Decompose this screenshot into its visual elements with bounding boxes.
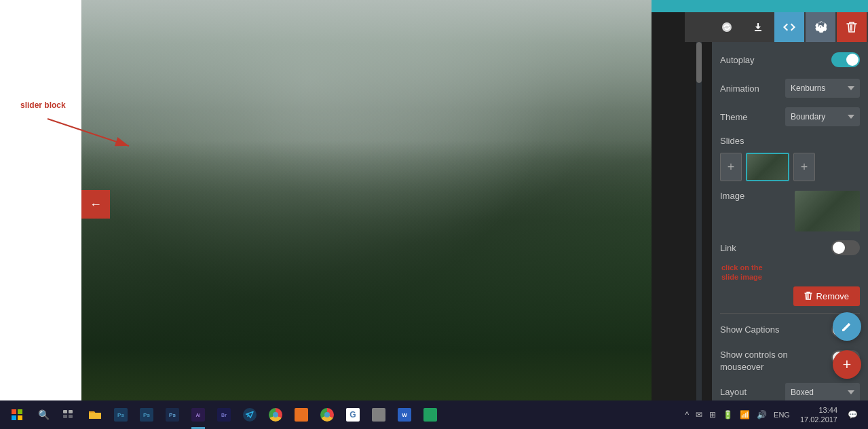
tray-arrow[interactable]: ^: [683, 409, 691, 421]
tray-notification[interactable]: 💬: [846, 409, 860, 421]
fab-edit-button[interactable]: [833, 312, 861, 341]
autoplay-row: Autoplay: [720, 50, 860, 69]
taskbar-app-misc2[interactable]: [366, 400, 391, 429]
taskbar-app-misc3[interactable]: [418, 400, 442, 429]
start-button[interactable]: [3, 400, 31, 429]
image-row: Image: [720, 191, 860, 231]
taskbar-file-explorer[interactable]: [83, 400, 107, 429]
slide-add-before-button[interactable]: +: [720, 153, 742, 181]
taskbar-app-ps[interactable]: Ps: [134, 400, 159, 429]
tray-icon-1[interactable]: ✉: [694, 409, 704, 421]
settings-scroll[interactable]: Autoplay Animation KenburnsFadeSlideZoom…: [712, 42, 868, 402]
tray-icon-lang[interactable]: ENG: [772, 409, 792, 420]
tray-icon-sound[interactable]: 🔊: [755, 409, 769, 421]
animation-label: Animation: [720, 83, 759, 94]
remove-button[interactable]: Remove: [793, 286, 860, 306]
svg-rect-5: [18, 415, 22, 420]
tray-icon-wifi[interactable]: 📶: [738, 409, 752, 421]
link-section: Link click on theslide image Remove: [720, 238, 860, 306]
fab-add-button[interactable]: +: [833, 350, 861, 379]
slides-row: + +: [720, 153, 860, 181]
image-label: Image: [720, 191, 744, 201]
settings-button[interactable]: [806, 12, 835, 42]
show-captions-label: Show Captions: [720, 324, 779, 335]
taskbar: 🔍 Ps Ps Ps Ai Br: [0, 400, 868, 429]
settings-panel: Autoplay Animation KenburnsFadeSlideZoom…: [712, 42, 868, 402]
remove-label: Remove: [816, 291, 849, 301]
animation-select[interactable]: KenburnsFadeSlideZoom: [785, 79, 860, 98]
taskbar-tray: ^ ✉ ⊞ 🔋 📶 🔊 ENG 13:44 17.02.2017 💬: [683, 405, 865, 425]
download-button[interactable]: [743, 12, 773, 42]
panel-scrollbar[interactable]: [696, 42, 702, 402]
svg-rect-4: [12, 415, 16, 420]
tray-icon-2[interactable]: ⊞: [707, 409, 718, 421]
white-panel: [0, 0, 81, 400]
theme-select[interactable]: BoundaryDefaultDarkLight: [785, 107, 860, 126]
slide-thumbnail[interactable]: [746, 153, 789, 181]
show-controls-label: Show controls on mouseover: [720, 349, 801, 373]
svg-rect-9: [69, 415, 73, 418]
theme-label: Theme: [720, 112, 747, 122]
main-canvas: slider block ←: [0, 0, 652, 400]
taskbar-app-ps-cc[interactable]: Ps: [109, 400, 133, 429]
svg-rect-3: [18, 409, 22, 414]
taskbar-app-chrome2[interactable]: [315, 400, 339, 429]
slide-add-after-button[interactable]: +: [793, 153, 815, 181]
taskbar-app-bridge[interactable]: Br: [212, 400, 236, 429]
animation-row: Animation KenburnsFadeSlideZoom: [720, 79, 860, 98]
link-row: Link: [720, 238, 860, 257]
taskbar-app-g[interactable]: G: [341, 400, 365, 429]
taskbar-pinned-apps: Ps Ps Ps Ai Br: [83, 400, 442, 429]
taskbar-task-view[interactable]: [56, 400, 80, 429]
svg-rect-2: [12, 409, 16, 414]
svg-rect-7: [69, 410, 73, 413]
slide-image: [81, 0, 652, 400]
autoplay-toggle[interactable]: [831, 52, 860, 67]
delete-button[interactable]: [837, 12, 867, 42]
taskbar-app-misc1[interactable]: [289, 400, 314, 429]
refresh-button[interactable]: [712, 12, 742, 42]
taskbar-app-premiere[interactable]: Ai: [186, 400, 210, 429]
autoplay-label: Autoplay: [720, 55, 755, 65]
svg-rect-8: [63, 415, 67, 418]
taskbar-clock[interactable]: 13:44 17.02.2017: [795, 405, 843, 425]
link-annotation: click on theslide image: [720, 263, 860, 282]
image-preview[interactable]: [795, 191, 860, 231]
theme-row: Theme BoundaryDefaultDarkLight: [720, 107, 860, 126]
slides-label: Slides: [720, 136, 860, 146]
right-toolbar: [685, 12, 868, 42]
layout-label: Layout: [720, 387, 747, 397]
tray-icon-3[interactable]: 🔋: [721, 409, 735, 421]
trees-layer: [81, 141, 652, 401]
code-button[interactable]: [774, 12, 804, 42]
taskbar-app-chrome[interactable]: [263, 400, 288, 429]
taskbar-app-telegram[interactable]: [238, 400, 262, 429]
prev-button[interactable]: ←: [81, 190, 110, 219]
link-toggle[interactable]: [831, 240, 860, 255]
link-label: Link: [720, 243, 736, 253]
scrollbar-thumb[interactable]: [696, 42, 702, 83]
taskbar-app-word[interactable]: W: [392, 400, 417, 429]
svg-rect-6: [63, 410, 67, 413]
layout-row: Layout BoxedFull WidthCentered: [720, 383, 860, 402]
divider-1: [720, 313, 860, 314]
taskbar-search[interactable]: 🔍: [31, 400, 56, 429]
taskbar-app-ps2[interactable]: Ps: [160, 400, 185, 429]
layout-select[interactable]: BoxedFull WidthCentered: [785, 383, 860, 402]
